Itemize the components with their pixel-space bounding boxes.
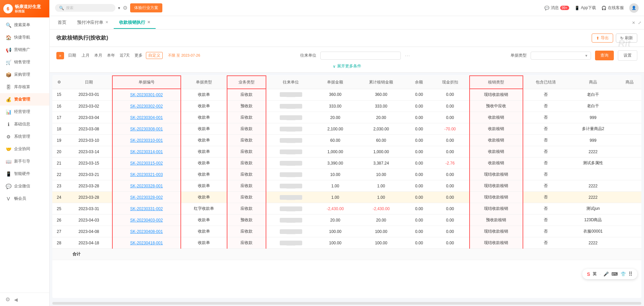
table-row[interactable]: 17 2023-03-04 SK-20230304-001 收款单 应收款 ▓▓…	[52, 112, 641, 123]
table-row[interactable]: 27 2023-04-08 SK-20230408-001 收款单 应收款 ▓▓…	[52, 226, 641, 237]
bill-no-link[interactable]: SK-20230328-001	[130, 184, 163, 188]
table-row[interactable]: 19 2023-03-10 SK-20230310-001 收款单 应收款 ▓▓…	[52, 135, 641, 146]
partner-filter-input[interactable]	[320, 52, 401, 60]
tab-receipt-verify[interactable]: 收款核销执行 ✕	[114, 17, 156, 29]
message-icon[interactable]: 💬 消息 99+	[544, 5, 569, 11]
table-row[interactable]: 21 2023-03-15 SK-20230315-002 收款单 应收款 ▓▓…	[52, 158, 641, 169]
bill-no-link[interactable]: SK-20230418-001	[130, 241, 163, 245]
settings-footer-icon[interactable]: ⚙	[5, 296, 10, 303]
sidebar-item-label-sales: 销售管理	[14, 59, 30, 65]
filter-toggle-button[interactable]: »	[56, 52, 64, 59]
bill-no-link[interactable]: SK-20230308-001	[130, 127, 163, 131]
ime-more-icon[interactable]: ⠿	[629, 271, 633, 277]
online-service[interactable]: 🎧 在线客服	[601, 5, 624, 11]
sys-mgmt-icon: ⚙	[5, 134, 11, 139]
sidebar-item-member[interactable]: V畅会员	[0, 192, 49, 205]
ime-emoji-icon[interactable]: 👕	[621, 271, 626, 277]
bill-no-link[interactable]: SK-20230315-002	[130, 161, 163, 166]
sidebar-item-operations[interactable]: 📊经营管理	[0, 106, 49, 118]
ime-mic-icon[interactable]: 🎤	[603, 271, 609, 277]
cell-balance: 0.00	[407, 158, 431, 169]
sidebar-item-corp-wx[interactable]: 💬企业微信	[0, 180, 49, 192]
bill-no-link[interactable]: SK-20230314-001	[130, 149, 163, 154]
sidebar-item-corp-coop[interactable]: 🤝企业协同	[0, 143, 49, 155]
export-button[interactable]: ⬆ 导出	[592, 34, 613, 43]
tabbar-expand-icon[interactable]: ⤢	[638, 20, 641, 25]
sidebar-item-inventory[interactable]: 🗄库存核算	[0, 81, 49, 93]
app-download[interactable]: 📱 App下载	[575, 5, 596, 11]
bill-no-link[interactable]: SK-20230408-001	[130, 229, 163, 234]
bill-type-select[interactable]: ▾	[531, 52, 591, 60]
topbar-gear-icon[interactable]: ⚙	[123, 5, 127, 11]
table-row[interactable]: 24 2023-03-28 SK-20230328-002 收款单 应收款 ▓▓…	[52, 192, 641, 203]
bill-no-link[interactable]: SK-20230301-002	[130, 93, 163, 97]
horizontal-scrollbar[interactable]	[52, 302, 641, 305]
sidebar: 6 畅康道好生意 标推版 🔍搜索菜单🏠快捷导航📢营销推广🛒销售管理📦采购管理🗄库…	[0, 0, 50, 306]
date-this-month[interactable]: 本月	[93, 52, 104, 59]
cell-discount: -70.00	[431, 123, 470, 135]
tab-close-receipt[interactable]: ✕	[147, 20, 150, 24]
cell-date: 2023-03-21	[66, 169, 112, 180]
query-button[interactable]: 查询	[595, 51, 614, 60]
table-row[interactable]: 25 2023-03-31 SK-20230331-002 红字收款单 应收款 …	[52, 203, 641, 215]
filter-expand-row[interactable]: ∨ 展开更多条件	[56, 63, 637, 69]
ime-keyboard-icon[interactable]: ⌨	[611, 271, 618, 277]
table-row[interactable]: 26 2023-04-03 SK-20230403-002 收款单 预收款 ▓▓…	[52, 215, 641, 226]
date-last-month[interactable]: 上月	[80, 52, 91, 59]
sidebar-item-sys-mgmt[interactable]: ⚙系统管理	[0, 130, 49, 143]
cell-product1: 2222	[569, 237, 618, 249]
date-this-year[interactable]: 本年	[106, 52, 116, 59]
topbar-dropdown[interactable]: ▾	[118, 6, 120, 10]
col-settings[interactable]: ⚙	[52, 76, 66, 89]
cell-partner: ▓▓▓	[266, 192, 315, 203]
tab-home[interactable]: 首页	[52, 17, 72, 29]
table-header-row: ⚙ 日期 单据编号 单据类型 业务类型 往来单位 单据金额 累计核销金额 余额 …	[52, 76, 641, 89]
ime-lang-toggle[interactable]: 英	[593, 271, 597, 277]
table-row[interactable]: 20 2023-03-14 SK-20230314-001 收款单 应收款 ▓▓…	[52, 146, 641, 158]
sidebar-item-basic-info[interactable]: ℹ基础信息	[0, 118, 49, 130]
tab-prepay-bill[interactable]: 预付冲应付单 ✕	[72, 17, 114, 29]
bill-no-link[interactable]: SK-20230321-003	[130, 172, 163, 177]
table-row[interactable]: 18 2023-03-08 SK-20230308-001 收款单 应收款 ▓▓…	[52, 123, 641, 135]
date-more[interactable]: 更多	[133, 52, 144, 59]
sidebar-item-purchase[interactable]: 📦采购管理	[0, 68, 49, 81]
sidebar-item-marketing[interactable]: 📢营销推广	[0, 44, 49, 56]
inventory-icon: 🗄	[5, 84, 11, 90]
tabbar-close-icon[interactable]: ✕	[632, 20, 635, 25]
bill-no-link[interactable]: SK-20230328-002	[130, 195, 163, 200]
sidebar-item-sales[interactable]: 🛒销售管理	[0, 56, 49, 68]
settings-button[interactable]: 设置	[618, 50, 637, 61]
bill-no-link[interactable]: SK-20230403-002	[130, 218, 163, 223]
sidebar-item-smart-hw[interactable]: 📱智能硬件	[0, 168, 49, 180]
table-row[interactable]: 15 2023-03-01 SK-20230301-002 收款单 应收款 ▓▓…	[52, 89, 641, 101]
table-row[interactable]: 23 2023-03-28 SK-20230328-001 收款单 应收款 ▓▓…	[52, 180, 641, 192]
topbar-search[interactable]: 🔍 搜索	[55, 4, 115, 12]
refresh-button[interactable]: ↻ 刷新	[616, 34, 637, 43]
sidebar-item-search[interactable]: 🔍搜索菜单	[0, 19, 49, 31]
table-row[interactable]: 28 2023-04-18 SK-20230418-001 收款单 应收款 ▓▓…	[52, 237, 641, 249]
bill-no-link[interactable]: SK-20230302-002	[130, 104, 163, 109]
sidebar-item-label-inventory: 库存核算	[14, 84, 30, 90]
solution-button[interactable]: 体验行业方案	[130, 3, 162, 12]
cell-amount: 100.00	[315, 237, 355, 249]
cell-biz-type: 应收款	[227, 203, 266, 215]
cell-product1: 衣服00001	[569, 226, 618, 237]
user-avatar[interactable]: 👤	[629, 3, 639, 13]
cell-product1: 2222	[569, 192, 618, 203]
tab-close-prepay[interactable]: ✕	[105, 20, 108, 24]
table-row[interactable]: 22 2023-03-21 SK-20230321-003 收款单 应收款 ▓▓…	[52, 169, 641, 180]
date-custom[interactable]: 自定义	[146, 52, 163, 59]
sidebar-item-quick-nav[interactable]: 🏠快捷导航	[0, 31, 49, 44]
bill-no-link[interactable]: SK-20230310-001	[130, 138, 163, 143]
cell-balance: 0.00	[407, 89, 431, 101]
cell-product1: 2222	[569, 146, 618, 158]
sidebar-item-finance[interactable]: 💰资金管理	[0, 93, 49, 106]
sidebar-item-guide[interactable]: 📖新手引导	[0, 155, 49, 168]
date-last-7days[interactable]: 近7天	[118, 52, 131, 59]
collapse-icon[interactable]: ◀	[14, 297, 18, 302]
bill-no-link[interactable]: SK-20230331-002	[130, 206, 163, 211]
cell-balance: 0.00	[407, 237, 431, 249]
cell-biz-type: 应收款	[227, 226, 266, 237]
bill-no-link[interactable]: SK-20230304-001	[130, 115, 163, 120]
table-row[interactable]: 16 2023-03-02 SK-20230302-002 收款单 预收款 ▓▓…	[52, 101, 641, 112]
